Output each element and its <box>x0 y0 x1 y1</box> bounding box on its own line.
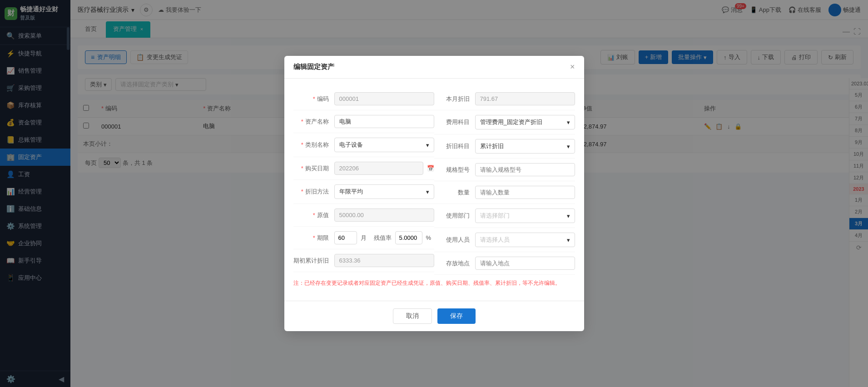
calendar-icon[interactable]: 📅 <box>427 165 434 172</box>
modal-close-button[interactable]: × <box>570 62 575 72</box>
accum-depreciation-input[interactable] <box>334 254 434 267</box>
expense-account-label: 费用科目 <box>434 118 475 126</box>
location-label: 存放地点 <box>434 259 475 268</box>
form-grid: * 编码 * 资产名称 * 类别名称 <box>293 88 575 292</box>
chevron-down-icon: ▾ <box>426 189 429 195</box>
form-row-period: * 期限 月 残值率 % <box>293 227 434 249</box>
person-select[interactable]: 请选择人员 ▾ <box>475 233 575 247</box>
department-select[interactable]: 请选择部门 ▾ <box>475 208 575 223</box>
depreciation-method-select[interactable]: 年限平均 ▾ <box>334 184 434 199</box>
form-row-quantity: 数量 <box>434 181 575 204</box>
period-input[interactable] <box>334 231 357 244</box>
code-label: * 编码 <box>293 95 334 103</box>
form-row-original-value: * 原值 <box>293 204 434 227</box>
purchase-date-field: 📅 <box>334 162 434 175</box>
accum-depreciation-label: 期初累计折旧 <box>293 257 334 265</box>
cancel-label: 取消 <box>406 312 419 319</box>
purchase-date-label: * 购买日期 <box>293 164 334 173</box>
chevron-down-icon: ▾ <box>426 142 429 149</box>
modal-title: 编辑固定资产 <box>293 63 334 71</box>
name-label: * 资产名称 <box>293 118 334 126</box>
modal-footer: 取消 保存 <box>284 301 584 331</box>
edit-fixed-asset-modal: 编辑固定资产 × * 编码 * 资产名称 <box>284 56 584 331</box>
form-note: 注：已经存在变更记录或者对应固定资产已经生成凭证，原值、购买日期、残值率、累计折… <box>293 275 575 292</box>
original-value-label: * 原值 <box>293 211 334 219</box>
form-row-location: 存放地点 <box>434 252 575 275</box>
form-row-dep-account: 折旧科目 累计折旧 ▾ <box>434 134 575 159</box>
form-right: 本月折旧 费用科目 管理费用_固定资产折旧 ▾ 折旧科目 <box>434 88 575 275</box>
form-left: * 编码 * 资产名称 * 类别名称 <box>293 88 434 275</box>
chevron-down-icon: ▾ <box>567 237 570 243</box>
residual-rate-input[interactable] <box>395 231 422 244</box>
dep-account-label: 折旧科目 <box>434 142 475 150</box>
department-placeholder: 请选择部门 <box>480 212 510 220</box>
location-input[interactable] <box>475 257 575 270</box>
person-placeholder: 请选择人员 <box>480 236 510 244</box>
code-input[interactable] <box>334 92 434 105</box>
purchase-date-input[interactable] <box>334 162 423 175</box>
form-row-depreciation-method: * 折旧方法 年限平均 ▾ <box>293 180 434 204</box>
form-row-category: * 类别名称 电子设备 ▾ <box>293 133 434 157</box>
form-row-model: 规格型号 <box>434 159 575 181</box>
period-unit: 月 <box>361 234 367 242</box>
period-label: * 期限 <box>293 234 334 242</box>
form-row-expense-account: 费用科目 管理费用_固定资产折旧 ▾ <box>434 110 575 134</box>
expense-account-select[interactable]: 管理费用_固定资产折旧 ▾ <box>475 115 575 129</box>
form-row-monthly-dep: 本月折旧 <box>434 88 575 110</box>
depreciation-method-value: 年限平均 <box>339 188 363 196</box>
person-label: 使用人员 <box>434 236 475 244</box>
modal-body: * 编码 * 资产名称 * 类别名称 <box>284 79 584 301</box>
form-row-purchase-date: * 购买日期 📅 <box>293 157 434 180</box>
department-label: 使用部门 <box>434 212 475 220</box>
dep-account-value: 累计折旧 <box>480 142 504 150</box>
chevron-down-icon: ▾ <box>567 143 570 150</box>
form-row-person: 使用人员 请选择人员 ▾ <box>434 228 575 252</box>
form-row-accum-depreciation: 期初累计折旧 <box>293 249 434 272</box>
monthly-dep-input[interactable] <box>475 92 575 105</box>
category-value: 电子设备 <box>339 141 363 149</box>
save-button[interactable]: 保存 <box>437 308 476 324</box>
model-label: 规格型号 <box>434 166 475 174</box>
form-row-department: 使用部门 请选择部门 ▾ <box>434 204 575 228</box>
residual-rate-unit: % <box>426 234 432 241</box>
depreciation-method-label: * 折旧方法 <box>293 188 334 196</box>
monthly-dep-label: 本月折旧 <box>434 95 475 103</box>
residual-rate-label: 残值率 <box>374 234 392 242</box>
name-input[interactable] <box>334 115 434 128</box>
quantity-label: 数量 <box>434 189 475 197</box>
modal-overlay[interactable]: 编辑固定资产 × * 编码 * 资产名称 <box>0 0 868 387</box>
cancel-button[interactable]: 取消 <box>393 308 432 324</box>
period-field: 月 残值率 % <box>334 231 434 244</box>
category-label: * 类别名称 <box>293 141 334 149</box>
chevron-down-icon: ▾ <box>567 119 570 126</box>
form-row-code: * 编码 <box>293 88 434 110</box>
model-input[interactable] <box>475 163 575 176</box>
dep-account-select[interactable]: 累计折旧 ▾ <box>475 139 575 154</box>
modal-header: 编辑固定资产 × <box>284 56 584 79</box>
form-note-text: 注：已经存在变更记录或者对应固定资产已经生成凭证，原值、购买日期、残值率、累计折… <box>293 280 560 286</box>
save-label: 保存 <box>450 312 463 319</box>
quantity-input[interactable] <box>475 186 575 199</box>
expense-account-value: 管理费用_固定资产折旧 <box>480 118 542 126</box>
form-row-name: * 资产名称 <box>293 110 434 133</box>
chevron-down-icon: ▾ <box>567 213 570 219</box>
original-value-input[interactable] <box>334 208 434 222</box>
category-select[interactable]: 电子设备 ▾ <box>334 138 434 152</box>
